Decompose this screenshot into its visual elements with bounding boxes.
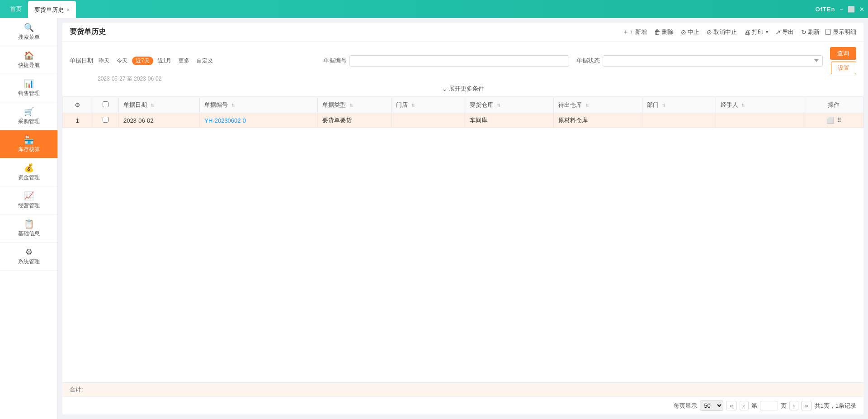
per-page-select[interactable]: 50 10 20 100 xyxy=(700,400,723,411)
goto-prefix: 第 xyxy=(751,402,757,410)
close-btn[interactable]: ✕ xyxy=(859,6,864,13)
print-dropdown-icon[interactable]: ▾ xyxy=(766,29,768,34)
delete-button[interactable]: 🗑 删除 xyxy=(652,28,675,36)
tab-requisition-history[interactable]: 要货单历史 × xyxy=(28,1,76,19)
row-req-wh: 车间库 xyxy=(465,113,554,128)
expand-more-btn[interactable]: ⌄ 展开更多条件 xyxy=(70,85,856,93)
sidebar-item-label: 搜索菜单 xyxy=(18,33,40,41)
first-page-btn[interactable]: « xyxy=(726,401,736,410)
sidebar-item-basic-info[interactable]: 📋 基础信息 xyxy=(0,214,57,243)
print-button[interactable]: 🖨 打印 ▾ xyxy=(742,28,770,36)
status-filter-select[interactable] xyxy=(603,55,823,67)
stop-button[interactable]: ⊘ 中止 xyxy=(679,28,701,36)
display-detail-checkbox[interactable] xyxy=(825,29,831,35)
home-icon: 🏠 xyxy=(24,52,34,60)
sort-req-wh-icon[interactable]: ⇅ xyxy=(497,103,500,108)
sidebar-item-operation[interactable]: 📈 经营管理 xyxy=(0,186,57,214)
sidebar-item-label: 经营管理 xyxy=(18,202,40,210)
page-number-input[interactable]: 1 xyxy=(760,401,778,410)
sort-store-icon[interactable]: ⇅ xyxy=(411,103,415,108)
refresh-button[interactable]: ↻ 刷新 xyxy=(799,28,821,36)
minimize-btn[interactable]: − xyxy=(840,6,843,13)
row-edit-icon[interactable]: ⬜ xyxy=(826,117,834,124)
total-info: 共1页，1条记录 xyxy=(815,402,856,410)
new-button[interactable]: ＋ + 新增 xyxy=(621,28,649,36)
sales-icon: 📊 xyxy=(24,80,34,88)
th-pending-wh: 待出仓库 ⇅ xyxy=(554,97,642,113)
date-filter-group: 单据日期 昨天 今天 近7天 近1月 更多 自定义 xyxy=(70,57,316,65)
brand-label: OfTEn xyxy=(815,6,835,13)
custom-shortcut[interactable]: 自定义 xyxy=(194,57,216,65)
prev-page-btn[interactable]: ‹ xyxy=(740,401,749,410)
docno-filter-label: 单据编号 xyxy=(323,57,347,65)
table-header-row: ⚙ 单据日期 ⇅ 单据编号 ⇅ xyxy=(63,97,863,113)
page-title: 要货单历史 xyxy=(70,27,106,37)
goto-suffix: 页 xyxy=(781,402,787,410)
sort-date-icon[interactable]: ⇅ xyxy=(151,103,154,108)
sort-dept-icon[interactable]: ⇅ xyxy=(662,103,665,108)
th-dept: 部门 ⇅ xyxy=(642,97,716,113)
th-date: 单据日期 ⇅ xyxy=(118,97,199,113)
row-date: 2023-06-02 xyxy=(118,113,199,128)
sort-docno-icon[interactable]: ⇅ xyxy=(231,103,235,108)
sidebar-item-search-menu[interactable]: 🔍 搜索菜单 xyxy=(0,18,57,46)
today-shortcut[interactable]: 今天 xyxy=(114,57,130,65)
th-setting: ⚙ xyxy=(63,97,92,113)
display-detail-toggle[interactable]: 显示明细 xyxy=(825,28,856,36)
operation-icon: 📈 xyxy=(24,192,34,200)
toolbar: ＋ + 新增 🗑 删除 ⊘ 中止 ⊘ 取消中止 xyxy=(621,28,856,36)
window-controls: OfTEn − ⬜ ✕ xyxy=(815,6,864,13)
docno-filter-group: 单据编号 xyxy=(323,55,570,67)
row-dept xyxy=(642,113,716,128)
th-store: 门店 ⇅ xyxy=(392,97,465,113)
tab-home[interactable]: 首页 xyxy=(4,0,28,18)
expand-more-icon: ⌄ xyxy=(442,86,447,92)
sidebar-item-quick-nav[interactable]: 🏠 快捷导航 xyxy=(0,46,57,74)
yesterday-shortcut[interactable]: 昨天 xyxy=(96,57,112,65)
last1month-shortcut[interactable]: 近1月 xyxy=(155,57,175,65)
setting-button[interactable]: 设置 xyxy=(831,62,856,74)
select-all-checkbox[interactable] xyxy=(103,101,108,107)
tab-close-icon[interactable]: × xyxy=(66,7,70,13)
filter-row-1: 单据日期 昨天 今天 近7天 近1月 更多 自定义 单据编号 xyxy=(70,47,856,74)
status-filter-group: 单据状态 xyxy=(576,55,823,67)
sidebar-item-finance[interactable]: 💰 资金管理 xyxy=(0,158,57,186)
docno-filter-input[interactable] xyxy=(349,55,570,67)
sidebar-item-sales[interactable]: 📊 销售管理 xyxy=(0,74,57,102)
query-button[interactable]: 查询 xyxy=(830,47,856,60)
data-table: ⚙ 单据日期 ⇅ 单据编号 ⇅ xyxy=(62,97,863,128)
sort-pending-wh-icon[interactable]: ⇅ xyxy=(585,103,589,108)
sidebar-item-inventory[interactable]: 🏪 库存核算 xyxy=(0,130,57,158)
refresh-icon: ↻ xyxy=(801,29,807,36)
column-setting-icon[interactable]: ⚙ xyxy=(75,101,80,109)
sidebar-item-label: 库存核算 xyxy=(18,146,40,153)
print-icon: 🖨 xyxy=(744,29,750,36)
row-checkbox[interactable] xyxy=(103,117,108,123)
sort-type-icon[interactable]: ⇅ xyxy=(349,103,353,108)
row-more-icon[interactable]: ⠿ xyxy=(837,117,841,124)
main-layout: 🔍 搜索菜单 🏠 快捷导航 📊 销售管理 🛒 采购管理 🏪 库存核算 💰 资金管… xyxy=(0,18,868,419)
cancel-stop-button[interactable]: ⊘ 取消中止 xyxy=(705,28,739,36)
footer-total-label: 合计: xyxy=(70,386,83,393)
table-footer: 合计: xyxy=(62,382,863,396)
maximize-btn[interactable]: ⬜ xyxy=(848,6,855,13)
sidebar-item-purchase[interactable]: 🛒 采购管理 xyxy=(0,102,57,130)
delete-icon: 🗑 xyxy=(654,29,660,36)
export-button[interactable]: ↗ 导出 xyxy=(774,28,796,36)
pagination-bar: 每页显示 50 10 20 100 « ‹ 第 1 页 › » 共1页，1条记录 xyxy=(62,396,863,414)
sidebar-item-label: 销售管理 xyxy=(18,90,40,97)
th-docno: 单据编号 ⇅ xyxy=(200,97,318,113)
docno-link[interactable]: YH-20230602-0 xyxy=(204,117,246,124)
last7days-shortcut[interactable]: 近7天 xyxy=(132,57,153,65)
row-type: 要货单要货 xyxy=(318,113,392,128)
next-page-btn[interactable]: › xyxy=(789,401,798,410)
cancel-stop-icon: ⊘ xyxy=(707,29,712,36)
sort-handler-icon[interactable]: ⇅ xyxy=(741,103,745,108)
more-shortcut[interactable]: 更多 xyxy=(176,57,192,65)
date-shortcuts: 昨天 今天 近7天 近1月 更多 自定义 xyxy=(96,57,216,65)
row-pending-wh: 原材料仓库 xyxy=(554,113,642,128)
th-handler: 经手人 ⇅ xyxy=(716,97,804,113)
sidebar-item-system[interactable]: ⚙ 系统管理 xyxy=(0,243,57,271)
row-checkbox-cell xyxy=(92,113,119,128)
last-page-btn[interactable]: » xyxy=(801,401,811,410)
